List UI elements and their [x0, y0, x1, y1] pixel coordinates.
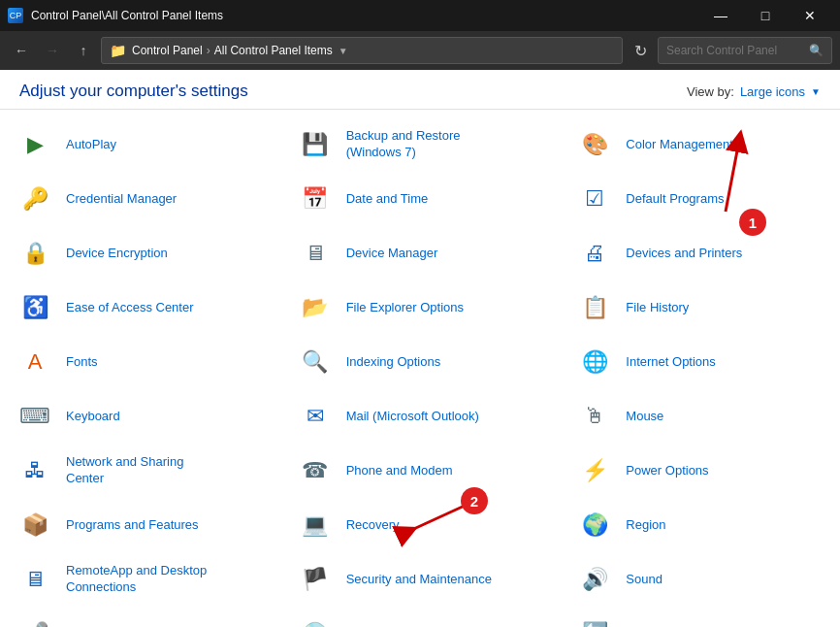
- back-button[interactable]: ←: [8, 37, 35, 64]
- forward-button[interactable]: →: [39, 37, 66, 64]
- item-backup-restore[interactable]: 💾Backup and Restore (Windows 7): [280, 117, 561, 172]
- item-icon-indexing-options: 🔍: [296, 343, 335, 381]
- item-remoteapp[interactable]: 🖥RemoteApp and Desktop Connections: [0, 552, 280, 607]
- item-icon-speech-recognition: 🎤: [16, 614, 54, 627]
- item-label-phone-modem: Phone and Modem: [346, 463, 453, 479]
- address-path[interactable]: 📁 Control Panel › All Control Panel Item…: [101, 37, 623, 64]
- item-security-maintenance[interactable]: 🏴Security and Maintenance: [280, 552, 561, 607]
- item-indexing-options[interactable]: 🔍Indexing Options: [280, 335, 561, 389]
- item-icon-default-programs: ☑: [575, 180, 614, 218]
- item-label-device-encryption: Device Encryption: [66, 246, 168, 262]
- close-button[interactable]: ✕: [788, 0, 832, 31]
- item-icon-mail-outlook: ✉: [296, 397, 335, 436]
- item-label-keyboard: Keyboard: [66, 409, 120, 425]
- item-icon-file-explorer: 📂: [296, 288, 335, 327]
- main-content: Adjust your computer's settings View by:…: [0, 70, 840, 627]
- item-label-default-programs: Default Programs: [626, 191, 724, 208]
- item-ease-of-access[interactable]: ♿Ease of Access Center: [0, 280, 280, 335]
- item-label-network-sharing: Network and Sharing Center: [66, 454, 183, 487]
- item-icon-security-maintenance: 🏴: [296, 560, 335, 599]
- item-keyboard[interactable]: ⌨Keyboard: [0, 389, 280, 444]
- item-sound[interactable]: 🔊Sound: [560, 552, 840, 607]
- breadcrumb-all-items: All Control Panel Items: [214, 44, 333, 57]
- item-mouse[interactable]: 🖱Mouse: [560, 389, 840, 444]
- item-label-ease-of-access: Ease of Access Center: [66, 300, 194, 316]
- item-icon-color-management: 🎨: [575, 125, 614, 164]
- item-fonts[interactable]: AFonts: [0, 335, 280, 389]
- item-icon-phone-modem: ☎: [296, 451, 335, 490]
- item-label-sound: Sound: [626, 572, 662, 588]
- item-icon-internet-options: 🌐: [575, 343, 614, 381]
- item-file-explorer[interactable]: 📂File Explorer Options: [280, 280, 561, 335]
- item-label-programs-features: Programs and Features: [66, 517, 199, 534]
- item-device-encryption[interactable]: 🔒Device Encryption: [0, 226, 280, 280]
- item-default-programs[interactable]: ☑Default Programs: [560, 172, 840, 226]
- minimize-button[interactable]: —: [698, 0, 743, 31]
- view-by-control[interactable]: View by: Large icons ▼: [687, 84, 821, 99]
- window-controls: — □ ✕: [698, 0, 832, 31]
- item-date-time[interactable]: 📅Date and Time: [280, 172, 561, 226]
- item-icon-date-time: 📅: [296, 180, 335, 218]
- content-header: Adjust your computer's settings View by:…: [0, 70, 840, 110]
- item-label-devices-printers: Devices and Printers: [626, 246, 742, 262]
- item-icon-device-encryption: 🔒: [16, 234, 54, 273]
- item-phone-modem[interactable]: ☎Phone and Modem: [280, 444, 561, 498]
- search-box[interactable]: 🔍: [658, 37, 832, 64]
- item-icon-region: 🌍: [575, 506, 614, 544]
- item-icon-sync-center: 🔄: [575, 614, 614, 627]
- item-icon-power-options: ⚡: [575, 451, 614, 490]
- item-label-recovery: Recovery: [346, 517, 400, 534]
- item-icon-fonts: A: [16, 343, 54, 381]
- search-input[interactable]: [666, 44, 809, 57]
- item-label-indexing-options: Indexing Options: [346, 354, 441, 371]
- item-label-mouse: Mouse: [626, 409, 663, 425]
- item-file-history[interactable]: 📋File History: [560, 280, 840, 335]
- view-by-label: View by:: [687, 84, 734, 99]
- item-icon-ease-of-access: ♿: [16, 288, 54, 327]
- window-icon: CP: [8, 8, 23, 23]
- item-storage-spaces[interactable]: 💿Storage Spaces: [280, 607, 561, 627]
- up-button[interactable]: ↑: [70, 37, 97, 64]
- item-speech-recognition[interactable]: 🎤Speech Recognition: [0, 607, 280, 627]
- item-color-management[interactable]: 🎨Color Management: [560, 117, 840, 172]
- item-label-autoplay: AutoPlay: [66, 137, 116, 153]
- item-label-file-explorer: File Explorer Options: [346, 300, 464, 316]
- item-label-color-management: Color Management: [626, 137, 733, 153]
- item-label-date-time: Date and Time: [346, 191, 429, 208]
- item-icon-file-history: 📋: [575, 288, 614, 327]
- item-power-options[interactable]: ⚡Power Options: [560, 444, 840, 498]
- breadcrumb-control-panel: Control Panel: [132, 44, 203, 57]
- item-label-credential-manager: Credential Manager: [66, 191, 177, 208]
- window-title: Control Panel\All Control Panel Items: [31, 9, 698, 22]
- item-icon-device-manager: 🖥: [296, 234, 335, 273]
- item-icon-keyboard: ⌨: [16, 397, 54, 436]
- item-icon-credential-manager: 🔑: [16, 180, 54, 218]
- item-mail-outlook[interactable]: ✉Mail (Microsoft Outlook): [280, 389, 561, 444]
- maximize-button[interactable]: □: [743, 0, 788, 31]
- item-icon-programs-features: 📦: [16, 506, 54, 544]
- item-sync-center[interactable]: 🔄Sync Center: [560, 607, 840, 627]
- item-recovery[interactable]: 💻Recovery: [280, 498, 561, 552]
- item-network-sharing[interactable]: 🖧Network and Sharing Center: [0, 444, 280, 498]
- view-by-dropdown-arrow[interactable]: ▼: [811, 86, 821, 97]
- item-icon-network-sharing: 🖧: [16, 451, 54, 490]
- item-label-power-options: Power Options: [626, 463, 708, 479]
- title-bar: CP Control Panel\All Control Panel Items…: [0, 0, 840, 31]
- item-label-fonts: Fonts: [66, 354, 98, 371]
- item-icon-sound: 🔊: [575, 560, 614, 599]
- address-bar: ← → ↑ 📁 Control Panel › All Control Pane…: [0, 31, 840, 70]
- refresh-button[interactable]: ↻: [627, 37, 654, 64]
- view-by-value[interactable]: Large icons: [740, 84, 805, 99]
- item-internet-options[interactable]: 🌐Internet Options: [560, 335, 840, 389]
- item-device-manager[interactable]: 🖥Device Manager: [280, 226, 561, 280]
- item-region[interactable]: 🌍Region: [560, 498, 840, 552]
- item-autoplay[interactable]: ▶AutoPlay: [0, 117, 280, 172]
- annotation-badge-1: 1: [739, 209, 766, 236]
- item-programs-features[interactable]: 📦Programs and Features: [0, 498, 280, 552]
- item-icon-storage-spaces: 💿: [296, 614, 335, 627]
- breadcrumb-arrow: ▼: [339, 46, 348, 56]
- item-icon-devices-printers: 🖨: [575, 234, 614, 273]
- item-credential-manager[interactable]: 🔑Credential Manager: [0, 172, 280, 226]
- item-label-mail-outlook: Mail (Microsoft Outlook): [346, 409, 479, 425]
- item-devices-printers[interactable]: 🖨Devices and Printers: [560, 226, 840, 280]
